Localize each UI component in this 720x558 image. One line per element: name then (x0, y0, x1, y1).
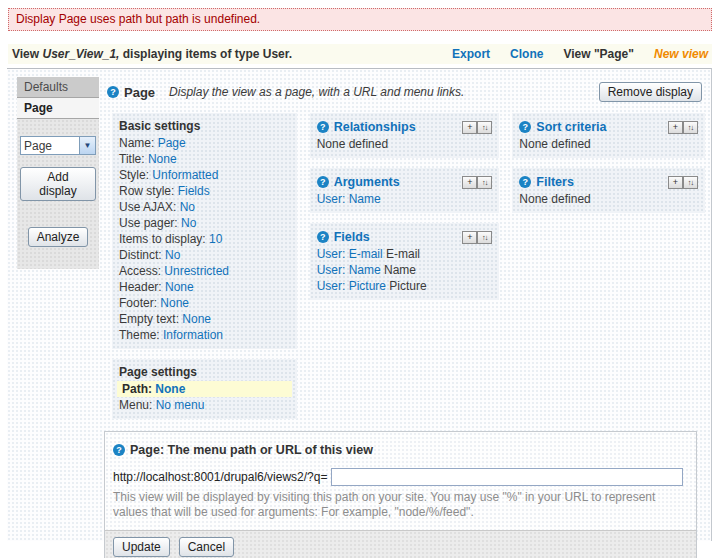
field-item: User: E-mail E-mail (317, 246, 493, 262)
view-name: User_View_1, (42, 47, 119, 61)
field-link[interactable]: User: E-mail (317, 247, 383, 261)
update-button[interactable]: Update (113, 537, 170, 557)
help-icon[interactable]: ? (317, 121, 329, 133)
path-input[interactable] (331, 468, 683, 486)
relationships-title-link[interactable]: Relationships (334, 118, 463, 136)
setting-value-link[interactable]: No (181, 216, 196, 230)
setting-value-link[interactable]: None (148, 152, 177, 166)
cancel-button[interactable]: Cancel (179, 537, 234, 557)
view-page-link[interactable]: View "Page" (563, 47, 634, 61)
setting-label: Path: (122, 382, 155, 396)
setting-label: Row style: (119, 184, 178, 198)
setting-label: Name: (119, 136, 158, 150)
new-view-link[interactable]: New view (654, 47, 708, 61)
rearrange-button[interactable]: ↑↓ (477, 121, 492, 134)
setting-row-footer: Footer: None (119, 295, 290, 311)
arguments-title-link[interactable]: Arguments (334, 173, 463, 191)
display-description: Display the view as a page, with a URL a… (169, 85, 599, 99)
error-message: Display Page uses path but path is undef… (8, 8, 712, 31)
field-item: User: Picture Picture (317, 278, 493, 294)
field-item: User: Name Name (317, 262, 493, 278)
add-button[interactable]: + (462, 176, 477, 189)
setting-label: Style: (119, 168, 152, 182)
setting-label: Distinct: (119, 248, 165, 262)
help-icon[interactable]: ? (519, 176, 531, 188)
argument-link[interactable]: User: Name (317, 192, 381, 206)
setting-value-link[interactable]: Unformatted (152, 168, 218, 182)
remove-display-button[interactable]: Remove display (599, 82, 702, 102)
chevron-down-icon[interactable]: ▼ (79, 137, 95, 154)
rearrange-button[interactable]: ↑↓ (683, 121, 698, 134)
tab-defaults[interactable]: Defaults (17, 77, 99, 98)
setting-value-link[interactable]: Unrestricted (164, 264, 229, 278)
fields-panel: ? Fields + ↑↓ User: E-mail E-mail User: … (310, 223, 500, 300)
argument-item: User: Name (317, 191, 493, 207)
fields-title-link[interactable]: Fields (334, 228, 463, 246)
setting-row-ajax: Use AJAX: No (119, 199, 290, 215)
setting-value-link[interactable]: Page (158, 136, 186, 150)
export-link[interactable]: Export (452, 47, 490, 61)
view-actions: Export Clone View "Page" New view (452, 47, 708, 61)
setting-value-link[interactable]: No (180, 200, 195, 214)
setting-value-link[interactable]: Fields (178, 184, 210, 198)
views-editor: Defaults Page Page ▼ Add display Analyze… (7, 68, 712, 541)
relationships-empty: None defined (317, 136, 493, 152)
field-link[interactable]: User: Name (317, 263, 381, 277)
clone-link[interactable]: Clone (510, 47, 543, 61)
rearrange-button[interactable]: ↑↓ (477, 176, 492, 189)
settings-columns: Basic settings Name: Page Title: None St… (112, 113, 705, 419)
sort-criteria-title-link[interactable]: Sort criteria (536, 118, 668, 136)
setting-value-link[interactable]: None (160, 296, 189, 310)
field-link[interactable]: User: Picture (317, 279, 386, 293)
tab-page[interactable]: Page (17, 98, 99, 119)
view-title: View User_View_1, displaying items of ty… (12, 47, 292, 61)
filters-title-link[interactable]: Filters (536, 173, 668, 191)
setting-value-link[interactable]: None (165, 280, 194, 294)
help-icon[interactable]: ? (107, 86, 119, 98)
rearrange-button[interactable]: ↑↓ (477, 231, 492, 244)
help-icon[interactable]: ? (113, 444, 125, 456)
setting-row-items: Items to display: 10 (119, 231, 290, 247)
sidebar-controls: Page ▼ Add display Analyze (17, 119, 99, 269)
path-value-link[interactable]: None (155, 382, 185, 396)
page-settings-title: Page settings (119, 364, 290, 381)
add-button[interactable]: + (668, 121, 683, 134)
sort-criteria-empty: None defined (519, 136, 698, 152)
rearrange-button[interactable]: ↑↓ (683, 176, 698, 189)
display-header: ? Page Display the view as a page, with … (104, 69, 711, 111)
view-title-suffix: displaying items of type User. (119, 47, 292, 61)
display-title: Page (124, 85, 155, 100)
analyze-button[interactable]: Analyze (28, 227, 89, 247)
setting-value-link[interactable]: No (165, 248, 180, 262)
setting-row-distinct: Distinct: No (119, 247, 290, 263)
setting-value-link[interactable]: Information (163, 328, 223, 342)
add-button[interactable]: + (462, 231, 477, 244)
basic-settings-panel: Basic settings Name: Page Title: None St… (112, 113, 297, 349)
filters-panel: ? Filters + ↑↓ None defined (512, 168, 705, 213)
form-actions: Update Cancel (105, 530, 696, 558)
column-middle: ? Relationships + ↑↓ None defined ? Argu… (310, 113, 500, 300)
add-display-button[interactable]: Add display (20, 167, 96, 201)
sort-criteria-panel: ? Sort criteria + ↑↓ None defined (512, 113, 705, 158)
add-button[interactable]: + (462, 121, 477, 134)
field-label: Name (381, 263, 416, 277)
url-prefix-label: http://localhost:8001/drupal6/views2/?q= (113, 470, 327, 484)
setting-label: Header: (119, 280, 165, 294)
menu-value-link[interactable]: No menu (156, 398, 205, 412)
add-button[interactable]: + (668, 176, 683, 189)
field-label: E-mail (383, 247, 420, 261)
setting-value-link[interactable]: 10 (209, 232, 222, 246)
display-type-select[interactable]: Page ▼ (20, 136, 96, 155)
setting-label: Title: (119, 152, 148, 166)
setting-label: Theme: (119, 328, 163, 342)
setting-value-link[interactable]: None (182, 312, 211, 326)
help-icon[interactable]: ? (519, 121, 531, 133)
setting-row-pager: Use pager: No (119, 215, 290, 231)
help-icon[interactable]: ? (317, 231, 329, 243)
help-icon[interactable]: ? (317, 176, 329, 188)
setting-label: Menu: (119, 398, 156, 412)
path-form-title: ? Page: The menu path or URL of this vie… (105, 432, 696, 459)
path-help-text: This view will be displayed by visiting … (105, 487, 696, 530)
setting-label: Access: (119, 264, 164, 278)
path-form-title-text: Page: The menu path or URL of this view (130, 443, 373, 457)
